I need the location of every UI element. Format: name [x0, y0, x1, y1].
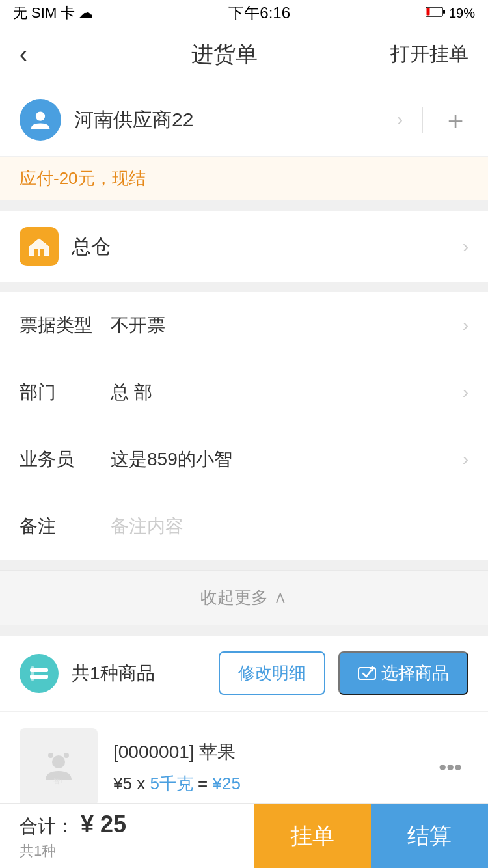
total-section: 合计： ¥ 25 共1种: [0, 804, 254, 868]
products-icon: [20, 654, 59, 693]
products-count: 共1种商品: [72, 661, 206, 686]
open-pending-button[interactable]: 打开挂单: [390, 41, 468, 68]
checkout-button[interactable]: 结算: [371, 804, 488, 868]
dept-row[interactable]: 部门 总 部 ›: [0, 359, 488, 426]
invoice-row[interactable]: 票据类型 不开票 ›: [0, 292, 488, 359]
svg-rect-5: [40, 249, 44, 256]
invoice-value: 不开票: [98, 313, 463, 338]
quantity: 5千克: [150, 774, 193, 793]
status-bar: 无 SIM 卡 ☁ 下午6:16 19%: [0, 0, 488, 26]
chevron-icon: ›: [397, 109, 403, 130]
warehouse-chevron-icon: ›: [463, 236, 468, 257]
svg-point-14: [48, 753, 53, 758]
supplier-right: › ＋: [397, 102, 468, 138]
sales-row[interactable]: 业务员 这是859的小智 ›: [0, 426, 488, 493]
dept-label: 部门: [20, 380, 98, 405]
warehouse-row[interactable]: 总仓 ›: [0, 211, 488, 282]
select-product-button[interactable]: 选择商品: [338, 651, 468, 695]
supplier-card: 河南供应商22 › ＋ 应付-20元，现结: [0, 83, 488, 201]
warehouse-icon: [20, 227, 59, 266]
product-name: [0000001] 苹果: [113, 740, 432, 765]
add-supplier-button[interactable]: ＋: [442, 102, 468, 138]
svg-rect-1: [426, 8, 429, 15]
svg-point-12: [52, 755, 65, 768]
status-right: 19%: [426, 6, 475, 21]
section-spacer: [0, 625, 488, 636]
equals-symbol: =: [198, 774, 212, 793]
form-card: 票据类型 不开票 › 部门 总 部 › 业务员 这是859的小智 › 备注 备注…: [0, 292, 488, 560]
page-title: 进货单: [191, 40, 258, 70]
product-more-button[interactable]: •••: [432, 748, 468, 787]
supplier-name: 河南供应商22: [74, 107, 397, 133]
hang-button[interactable]: 挂单: [254, 804, 371, 868]
note-row[interactable]: 备注 备注内容: [0, 493, 488, 560]
warehouse-card[interactable]: 总仓 ›: [0, 211, 488, 282]
supplier-row[interactable]: 河南供应商22 › ＋: [0, 83, 488, 157]
times-symbol: x: [137, 774, 150, 793]
dept-value: 总 部: [98, 380, 463, 405]
bottom-bar: 合计： ¥ 25 共1种 挂单 结算: [0, 803, 488, 868]
sim-status: 无 SIM 卡 ☁: [13, 3, 93, 23]
svg-point-13: [64, 753, 69, 758]
svg-point-3: [36, 111, 45, 120]
svg-rect-4: [34, 249, 38, 256]
status-left: 无 SIM 卡 ☁: [13, 3, 93, 23]
sales-chevron-icon: ›: [463, 449, 468, 470]
invoice-label: 票据类型: [20, 313, 98, 338]
dept-chevron-icon: ›: [463, 382, 468, 403]
total-label: 合计：: [20, 814, 74, 839]
total-sub: 共1种: [20, 841, 126, 861]
products-header: 共1种商品 修改明细 选择商品: [0, 636, 488, 711]
svg-rect-8: [31, 666, 34, 681]
select-product-label: 选择商品: [381, 662, 449, 685]
svg-rect-2: [443, 10, 445, 14]
note-input[interactable]: 备注内容: [98, 514, 468, 539]
sales-value: 这是859的小智: [98, 447, 463, 472]
collapse-row[interactable]: 收起更多 ∧: [0, 570, 488, 625]
warning-banner: 应付-20元，现结: [0, 157, 488, 201]
status-time: 下午6:16: [228, 3, 290, 23]
battery-icon: [426, 6, 445, 21]
divider: [422, 107, 423, 133]
total-amount: ¥ 25: [81, 811, 126, 838]
invoice-chevron-icon: ›: [463, 315, 468, 336]
content: 河南供应商22 › ＋ 应付-20元，现结 总仓 › 票据类型: [0, 83, 488, 868]
battery-percent: 19%: [449, 6, 475, 21]
note-label: 备注: [20, 514, 98, 539]
product-title: 苹果: [199, 742, 236, 762]
subtotal: ¥25: [213, 774, 241, 793]
product-code: [0000001]: [113, 742, 195, 762]
svg-text:智+: 智+: [53, 778, 64, 785]
warehouse-name: 总仓: [72, 234, 463, 260]
product-thumbnail: 智+: [20, 728, 98, 806]
unit-price: ¥5: [113, 774, 132, 793]
product-price-row: ¥5 x 5千克 = ¥25: [113, 772, 432, 795]
edit-detail-button[interactable]: 修改明细: [219, 651, 325, 695]
nav-bar: ‹ 进货单 打开挂单: [0, 26, 488, 83]
sales-label: 业务员: [20, 447, 98, 472]
back-button[interactable]: ‹: [20, 41, 59, 68]
product-info: [0000001] 苹果 ¥5 x 5千克 = ¥25: [113, 740, 432, 795]
supplier-avatar: [20, 99, 61, 141]
